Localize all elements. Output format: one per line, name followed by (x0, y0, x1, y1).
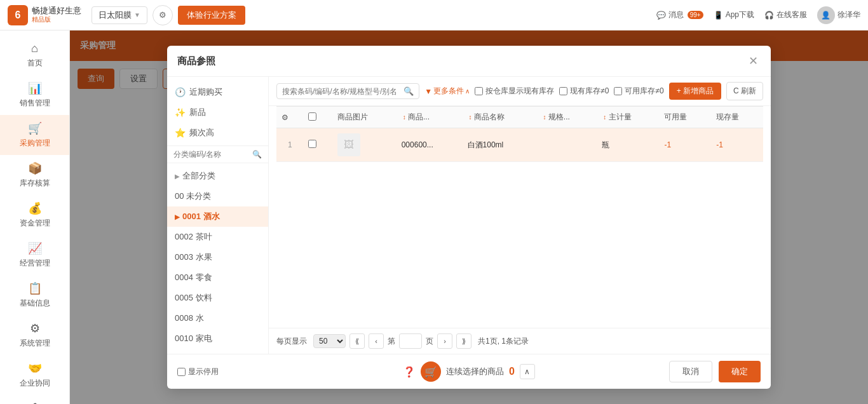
sidebar-item-label: 基础信息 (20, 298, 50, 309)
quick-access-new[interactable]: ✨ 新品 (167, 102, 268, 123)
page-label: 第 (388, 336, 395, 347)
sort-icon-spec[interactable]: ↕ (543, 114, 546, 121)
modal-header: 商品参照 ✕ (167, 46, 771, 77)
next-page-btn[interactable]: › (437, 333, 452, 349)
prev-page-btn[interactable]: ‹ (369, 333, 384, 349)
refresh-table-button[interactable]: C 刷新 (726, 82, 763, 100)
confirm-button[interactable]: 确定 (719, 361, 761, 382)
product-search-input[interactable] (282, 87, 401, 96)
app-label: App下载 (726, 10, 754, 20)
frequent-icon: ⭐ (175, 128, 186, 138)
sidebar-item-collab[interactable]: 🤝 企业协同 (0, 355, 69, 395)
show-disabled-checkbox[interactable] (177, 368, 186, 376)
sort-icon-name[interactable]: ↕ (469, 114, 472, 121)
th-image: 商品图片 (332, 107, 397, 128)
table-row[interactable]: 1 🖼 000600... (276, 128, 763, 162)
td-checkbox[interactable] (303, 128, 332, 162)
td-code: 000600... (397, 128, 463, 162)
sort-icon[interactable]: ↕ (403, 114, 406, 121)
total-info: 共1页, 1条记录 (478, 336, 529, 347)
category-7[interactable]: 0010 家电 (167, 328, 268, 349)
show-disabled-label: 显示停用 (188, 367, 219, 377)
add-product-button[interactable]: + 新增商品 (669, 83, 721, 100)
quick-access-frequent[interactable]: ⭐ 频次高 (167, 123, 268, 143)
filter-more-label: 更多条件 (433, 86, 464, 97)
td-image: 🖼 (332, 128, 397, 162)
app-download-item[interactable]: 📱 App下载 (714, 10, 754, 20)
row-number: 1 (288, 140, 292, 149)
checkbox-current-stock[interactable]: 现有库存≠0 (559, 86, 609, 97)
home-icon: ⌂ (31, 42, 38, 55)
quick-label: 新品 (189, 107, 206, 118)
quick-label: 频次高 (189, 127, 214, 138)
message-item[interactable]: 💬 消息 99 (656, 10, 703, 20)
sidebar-item-system[interactable]: ⚙ 系统管理 (0, 315, 69, 355)
category-4[interactable]: 0004 零食 (167, 267, 268, 288)
checkbox-by-warehouse-input[interactable] (475, 87, 483, 95)
category-all[interactable]: ▶ 全部分类 (167, 166, 268, 186)
category-search-wrap: 🔍 (167, 145, 268, 163)
app-icon: 📱 (714, 11, 723, 20)
footer-buttons: 取消 确定 (669, 361, 761, 382)
filter-more-btn[interactable]: ▼ 更多条件 ∧ (424, 86, 470, 97)
checkbox-available-stock-input[interactable] (614, 87, 622, 95)
checkbox-by-warehouse[interactable]: 按仓库显示现有库存 (475, 86, 554, 97)
sidebar-item-basic[interactable]: 📋 基础信息 (0, 275, 69, 315)
sort-icon-unit[interactable]: ↕ (603, 114, 606, 121)
th-name-label: 商品名称 (474, 112, 505, 121)
nav-dropdown[interactable]: 日太阳膜 ▼ (92, 6, 147, 24)
category-search-input[interactable] (173, 150, 250, 159)
sidebar-item-finance[interactable]: 💰 资金管理 (0, 195, 69, 235)
td-stock: -1 (711, 128, 763, 162)
row-checkbox[interactable] (308, 140, 316, 148)
th-unit: ↕ 主计量 (597, 107, 659, 128)
category-label: 0010 家电 (175, 333, 212, 344)
page-input[interactable]: 1 (399, 333, 422, 349)
th-spec: ↕ 规格... (536, 107, 597, 128)
cart-collapse-btn[interactable]: ∧ (520, 364, 535, 379)
service-item[interactable]: 🎧 在线客服 (764, 10, 807, 20)
system-icon: ⚙ (30, 321, 40, 335)
user-item[interactable]: 👤 徐泽华 (817, 6, 860, 24)
tri-icon: ▶ (175, 213, 180, 220)
category-5[interactable]: 0005 饮料 (167, 288, 268, 308)
category-1[interactable]: ▶ 0001 酒水 (167, 206, 268, 227)
sidebar-item-label: 首页 (27, 58, 43, 69)
help-icon[interactable]: ❓ (403, 366, 416, 378)
category-6[interactable]: 0008 水 (167, 308, 268, 328)
category-search-icon[interactable]: 🔍 (252, 150, 262, 159)
category-3[interactable]: 0003 水果 (167, 247, 268, 267)
cancel-button[interactable]: 取消 (669, 361, 712, 382)
show-disabled-checkbox-wrap[interactable]: 显示停用 (177, 367, 219, 377)
settings-btn-top[interactable]: ⚙ (153, 5, 173, 25)
checkbox-available-stock[interactable]: 可用库存≠0 (614, 86, 663, 97)
category-0[interactable]: 00 未分类 (167, 186, 268, 206)
product-image: 🖼 (337, 133, 360, 156)
service-label: 在线客服 (776, 10, 807, 20)
per-page-select[interactable]: 50 100 200 (313, 334, 346, 348)
sidebar-item-label: 经营管理 (20, 258, 50, 269)
sidebar-item-inventory[interactable]: 📦 库存核算 (0, 155, 69, 195)
checkbox-current-stock-input[interactable] (559, 87, 567, 95)
th-gear-icon: ⚙ (281, 113, 288, 122)
th-unit-label: 主计量 (609, 112, 632, 121)
select-all-checkbox[interactable] (308, 112, 316, 121)
td-unit: 瓶 (597, 128, 659, 162)
modal-body: 🕐 近期购买 ✨ 新品 ⭐ 频次高 🔍 (167, 77, 771, 354)
modal-close-button[interactable]: ✕ (745, 53, 761, 69)
sidebar-item-purchase[interactable]: 🛒 采购管理 (0, 115, 69, 155)
last-page-btn[interactable]: ⟫ (456, 333, 471, 349)
sidebar-item-home[interactable]: ⌂ 首页 (0, 36, 69, 75)
sidebar-item-sales[interactable]: 📊 销售管理 (0, 75, 69, 115)
sidebar-item-business[interactable]: 📈 经营管理 (0, 235, 69, 275)
category-2[interactable]: 0002 茶叶 (167, 227, 268, 247)
quick-access-recent[interactable]: 🕐 近期购买 (167, 82, 268, 102)
quick-label: 近期购买 (189, 86, 222, 98)
first-page-btn[interactable]: ⟪ (349, 333, 365, 349)
sidebar-item-guide[interactable]: 🎓 新手引导 (0, 395, 69, 404)
checkbox-current-stock-label: 现有库存≠0 (570, 86, 609, 97)
trial-button[interactable]: 体验行业方案 (178, 6, 245, 25)
page-suffix: 页 (426, 336, 433, 347)
filter-bar: 🔍 ▼ 更多条件 ∧ 按仓库显示现有库存 (269, 77, 771, 106)
td-row-num: 1 (276, 128, 303, 162)
